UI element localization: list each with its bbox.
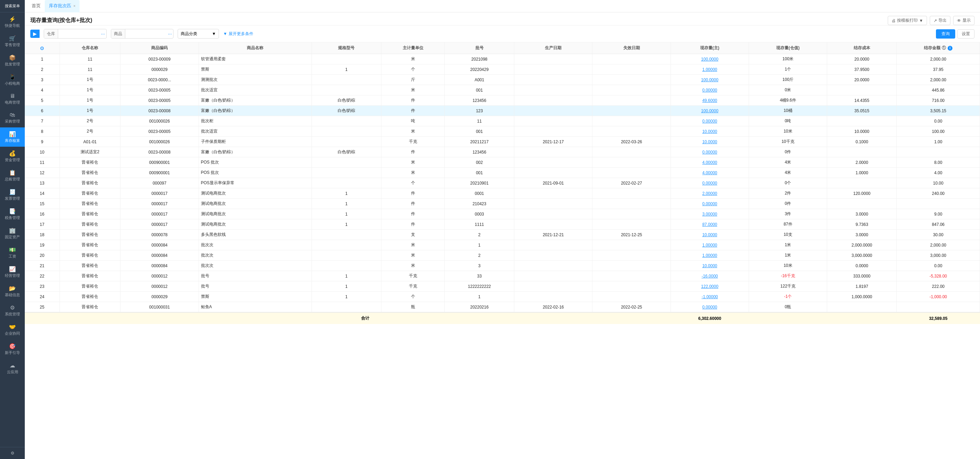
search-button[interactable]: 查询 — [936, 29, 955, 38]
cell-code: 0000084 — [121, 240, 199, 250]
cell-produce — [514, 199, 592, 209]
col-spec-header[interactable]: 规格型号 — [312, 42, 381, 54]
sidebar-item-summary[interactable]: 📋 总账管理 — [0, 166, 25, 185]
cell-qty[interactable]: 2.00000 — [671, 188, 749, 199]
product-input[interactable] — [125, 29, 167, 38]
sidebar-item-operation[interactable]: 📈 经营管理 — [0, 262, 25, 282]
cell-qty[interactable]: 0.00000 — [671, 302, 749, 312]
col-cost-header[interactable]: 结存成本 — [827, 42, 897, 54]
sidebar-logo[interactable]: 搜索菜单 — [0, 0, 25, 13]
cell-qty[interactable]: 0.00000 — [671, 85, 749, 96]
cell-unit: 米 — [381, 168, 444, 178]
cell-qty[interactable]: 10.0000 — [671, 137, 749, 147]
print-button[interactable]: 🖨 按模板打印 ▼ — [888, 16, 927, 25]
cell-qty[interactable]: 10.0000 — [671, 261, 749, 271]
cell-cost: 1.0000 — [827, 168, 897, 178]
col-qty-header[interactable]: 现存量(主) — [671, 42, 749, 54]
col-produce-header[interactable]: 生产日期 — [514, 42, 592, 54]
export-button[interactable]: ↗ 导出 — [930, 16, 950, 25]
search-expand-button[interactable]: ▶ — [30, 30, 40, 38]
cell-amount: -5,328.00 — [897, 271, 980, 281]
col-code-header[interactable]: 商品编码 — [121, 42, 199, 54]
cell-qty[interactable]: 49.6000 — [671, 96, 749, 106]
cell-name: 批次适宜 — [199, 126, 312, 137]
cell-qty[interactable]: 1.00000 — [671, 240, 749, 250]
tab-home[interactable]: 首页 — [27, 0, 45, 13]
sidebar-item-invoice[interactable]: 🧾 发票管理 — [0, 185, 25, 204]
sidebar-item-quick-nav[interactable]: ⚡ 快捷导航 — [0, 13, 25, 32]
sidebar-item-inventory[interactable]: 📊 库存核算 — [0, 128, 25, 147]
sidebar-item-retail[interactable]: 🛒 零售管理 — [0, 32, 25, 51]
sidebar-item-label: 零售管理 — [5, 43, 20, 47]
cell-qty[interactable]: 100.0000 — [671, 75, 749, 85]
cell-qty[interactable]: -16.0000 — [671, 271, 749, 281]
amount-info-icon[interactable]: i — [948, 46, 953, 51]
tab-inventory-batch[interactable]: 库存批次匹 × — [45, 0, 80, 13]
sidebar-item-fixed-assets[interactable]: 🏢 固定资产 — [0, 224, 25, 243]
sidebar-item-guide[interactable]: 🎯 新手引导 — [0, 339, 25, 359]
cell-unit: 斤 — [381, 75, 444, 85]
cell-expire — [592, 157, 671, 168]
warehouse-dots[interactable]: ··· — [99, 31, 107, 37]
cell-qty[interactable]: 4.00000 — [671, 157, 749, 168]
main-content: 首页 库存批次匹 × 现存量查询(按仓库+批次) 🖨 按模板打印 ▼ ↗ 导出 … — [25, 0, 980, 459]
warehouse-input[interactable] — [58, 29, 99, 38]
cell-expire — [592, 147, 671, 157]
sidebar-item-enterprise[interactable]: 🤝 企业协同 — [0, 320, 25, 339]
sidebar-item-purchase[interactable]: 🛍 采购管理 — [0, 108, 25, 128]
col-name-header[interactable]: 商品名称 — [199, 42, 312, 54]
cell-qty[interactable]: 0.00000 — [671, 147, 749, 157]
cell-qty[interactable]: 0.00000 — [671, 199, 749, 209]
cell-qty[interactable]: 0.00000 — [671, 116, 749, 126]
sidebar-item-mini-shop[interactable]: 📱 小程电商 — [0, 70, 25, 89]
sidebar-item-basic-info[interactable]: 📂 基础信息 — [0, 282, 25, 301]
col-warehouse-header[interactable]: 仓库名称 — [60, 42, 121, 54]
cell-qty[interactable]: 87.0000 — [671, 219, 749, 230]
sidebar-item-payroll[interactable]: 💵 工资 — [0, 243, 25, 262]
expand-more-button[interactable]: ▼ 展开更多条件 — [223, 31, 253, 37]
cell-amount: 847.06 — [897, 219, 980, 230]
table-row: 2 11 0000029 禁斯 1 个 20220429 1.00000 1个 … — [25, 64, 980, 75]
cell-qty[interactable]: 100.0000 — [671, 106, 749, 116]
cell-qty[interactable]: 1.00000 — [671, 250, 749, 261]
sidebar-item-label: 小程电商 — [5, 81, 20, 85]
tab-close-icon[interactable]: × — [73, 4, 75, 8]
cell-qty[interactable]: 122.0000 — [671, 281, 749, 292]
sidebar-item-wholesale[interactable]: 📦 批发管理 — [0, 51, 25, 70]
sidebar-item-system[interactable]: ⚙ 系统管理 — [0, 301, 25, 320]
col-amount-header[interactable]: 结存金额 ① i — [897, 42, 980, 54]
table-row: 18 晋省裕仓 0000078 多头黑色软线 支 2 2021-12-21 20… — [25, 230, 980, 240]
cell-cost: 333.0000 — [827, 271, 897, 281]
cell-qty[interactable]: 10.0000 — [671, 230, 749, 240]
display-button[interactable]: 👁 显示 — [953, 16, 975, 25]
cell-num: 14 — [25, 188, 60, 199]
retail-icon: 🛒 — [2, 35, 24, 41]
cell-amount: 100.00 — [897, 126, 980, 137]
sidebar-item-ecommerce[interactable]: 🖥 电商管理 — [0, 89, 25, 108]
cell-qty[interactable]: 1.00000 — [671, 64, 749, 75]
sidebar-item-assets[interactable]: 💰 资金管理 — [0, 147, 25, 166]
cell-qty[interactable]: -1.00000 — [671, 292, 749, 302]
cell-qty[interactable]: 100.0000 — [671, 54, 749, 64]
col-qty2-header[interactable]: 现存量(仓值) — [749, 42, 827, 54]
sidebar-item-cloud[interactable]: ☁ 云应用 — [0, 359, 25, 378]
product-dots[interactable]: ··· — [167, 31, 173, 37]
cell-qty[interactable]: 3.00000 — [671, 209, 749, 219]
col-expire-header[interactable]: 失效日期 — [592, 42, 671, 54]
cell-amount — [897, 302, 980, 312]
col-unit-header[interactable]: 主计量单位 — [381, 42, 444, 54]
reset-button[interactable]: 设置 — [957, 29, 975, 38]
sidebar-item-tax[interactable]: 📑 税务管理 — [0, 204, 25, 224]
cell-name: 批次次 — [199, 261, 312, 271]
cell-expire — [592, 261, 671, 271]
cell-spec: 1 — [312, 209, 381, 219]
sidebar-settings[interactable]: ⚙ — [0, 447, 25, 459]
cell-qty[interactable]: 10.0000 — [671, 126, 749, 137]
cell-qty[interactable]: 0.00000 — [671, 178, 749, 188]
table-row: 9 A01-01 001000026 子件保质期柜 千克 20211217 20… — [25, 137, 980, 147]
cell-amount: 0.00 — [897, 116, 980, 126]
col-batch-header[interactable]: 批号 — [445, 42, 514, 54]
search-bar: ▶ 仓库 ··· 商品 ··· 商品分类 ▼ ▼ 展开更多条件 查询 设置 — [25, 26, 980, 42]
cell-qty[interactable]: 4.00000 — [671, 168, 749, 178]
category-select[interactable]: 商品分类 ▼ — [178, 29, 219, 38]
